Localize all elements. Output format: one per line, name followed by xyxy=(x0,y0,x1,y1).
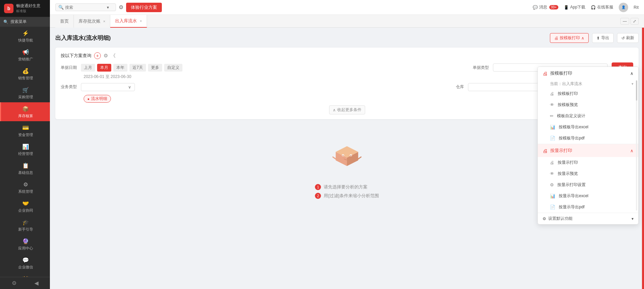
tab-home[interactable]: 首页 xyxy=(55,15,74,28)
display-excel-icon: 📊 xyxy=(550,193,555,199)
sidebar-nav: ⚡ 快捷导航 📢 营销推广 💰 销售管理 🛒 采购管理 📦 库存核算 💳 资金管… xyxy=(0,27,50,277)
biz-select-arrow: ∨ xyxy=(128,85,131,89)
svg-line-9 xyxy=(358,157,361,159)
date-btn-more[interactable]: 更多 xyxy=(148,64,162,72)
step-2-text: 用[过滤]条件来缩小分析范围 xyxy=(324,193,379,199)
sidebar-item-purchase[interactable]: 🛒 采购管理 xyxy=(0,83,50,102)
collapse-btn[interactable]: ∧ 收起更多条件 xyxy=(329,105,365,114)
filter-settings-icon[interactable]: ⚙ xyxy=(104,53,108,59)
guide-icon: 🎓 xyxy=(22,219,29,226)
display-excel-label: 按显示导出excel xyxy=(559,193,588,199)
sidebar-item-member[interactable]: 👑 畅会员 xyxy=(0,272,50,277)
message-label: 消息 xyxy=(539,4,547,10)
sidebar-item-inventory[interactable]: 📦 库存核算 xyxy=(0,102,50,121)
filter-collapse-icon[interactable]: 《 xyxy=(111,53,116,59)
username-label[interactable]: Rit xyxy=(634,5,639,10)
display-print-section-header[interactable]: 🖨 按显示打印 ∧ xyxy=(538,144,638,157)
sidebar-item-sales[interactable]: 💰 销售管理 xyxy=(0,64,50,83)
settings-default-icon: ⚙ xyxy=(543,216,546,221)
collapse-sidebar-icon[interactable]: ◀ xyxy=(34,280,38,286)
dropdown-item-display-settings[interactable]: ⚙ 按显示打印设置 xyxy=(538,179,638,190)
tab-maximize-btn[interactable]: ⤢ xyxy=(631,18,639,25)
dropdown-footer[interactable]: ⚙ 设置默认功能 ▾ xyxy=(538,213,638,224)
print-item-icon: 🖨 xyxy=(550,91,554,96)
online-service-btn[interactable]: 🎧 在线客服 xyxy=(591,4,613,10)
sidebar-item-label: 基础信息 xyxy=(18,170,33,175)
sidebar-item-label: 经营管理 xyxy=(18,151,33,156)
purchase-icon: 🛒 xyxy=(22,87,29,93)
biz-select[interactable]: ∨ xyxy=(81,83,135,91)
sidebar-item-appstore[interactable]: 🔮 应用中心 xyxy=(0,235,50,254)
sidebar-item-label: 新手引导 xyxy=(18,227,33,232)
sidebar-item-label: 营销推广 xyxy=(18,57,33,62)
topbar-gear-icon[interactable]: ⚙ xyxy=(119,4,123,10)
sidebar-item-guide[interactable]: 🎓 新手引导 xyxy=(0,216,50,235)
topbar-search-box[interactable]: 🔍 ▾ xyxy=(55,3,116,11)
pdf-item-icon: 📄 xyxy=(550,136,555,141)
refresh-btn[interactable]: ↺ 刷新 xyxy=(617,33,639,43)
filter-title-text: 按以下方案查询 xyxy=(61,53,91,59)
sidebar-item-system[interactable]: ⚙ 系统管理 xyxy=(0,178,50,197)
tab-minimize-btn[interactable]: — xyxy=(620,18,629,25)
dropdown-item-template-preview[interactable]: 👁 按模板预览 xyxy=(538,99,638,110)
dropdown-item-template-custom[interactable]: ✏ 模板自定义设计 xyxy=(538,110,638,122)
tab-flow-close[interactable]: × xyxy=(140,19,142,23)
print-dropdown-panel: 🖨 按模板打印 ∧ 当前：出入库流水 ▾ 🖨 按模板打印 👁 按模板预览 ✏ xyxy=(537,67,639,225)
svg-line-8 xyxy=(333,157,335,159)
topbar-search-input[interactable] xyxy=(65,5,106,10)
dropdown-item-display-pdf[interactable]: 📄 按显示导出pdf xyxy=(538,202,638,213)
app-download-btn[interactable]: 📱 App下载 xyxy=(564,4,585,10)
dropdown-item-display-preview[interactable]: 👁 按显示预览 xyxy=(538,168,638,179)
sidebar-item-marketing[interactable]: 📢 营销推广 xyxy=(0,46,50,64)
current-arrow: ▾ xyxy=(632,82,634,86)
dropdown-item-template-print[interactable]: 🖨 按模板打印 xyxy=(538,88,638,99)
sidebar-item-shortcut[interactable]: ⚡ 快捷导航 xyxy=(0,27,50,46)
sidebar-item-cooperation[interactable]: 🤝 企业协同 xyxy=(0,197,50,216)
svg-point-6 xyxy=(343,155,344,156)
industry-btn[interactable]: 体验行业方案 xyxy=(126,3,162,12)
topbar-left: 🔍 ▾ ⚙ 体验行业方案 xyxy=(55,3,529,12)
tab-batch-close[interactable]: × xyxy=(103,19,105,23)
page-header: 出入库流水(流水明细) 🖨 按模板打印 ∧ ⬆ 导出 ↺ 刷新 xyxy=(55,33,639,43)
dropdown-item-template-excel[interactable]: 📊 按模板导出excel xyxy=(538,122,638,133)
print-template-btn[interactable]: 🖨 按模板打印 ∧ xyxy=(550,33,589,43)
dropdown-item-template-pdf[interactable]: 📄 按模板导出pdf xyxy=(538,133,638,144)
avatar[interactable]: 👤 xyxy=(619,3,628,12)
cooperation-icon: 🤝 xyxy=(22,200,29,207)
right-edge-accent xyxy=(642,28,644,289)
template-section-title: 🖨 按模板打印 xyxy=(543,70,572,76)
date-btn-this-month[interactable]: 本月 xyxy=(97,64,111,72)
settings-icon[interactable]: ⚙ xyxy=(12,280,17,286)
step-1-text: 请先选择要分析的方案 xyxy=(324,184,368,190)
excel-item-icon: 📊 xyxy=(550,125,555,130)
sidebar-item-operation[interactable]: 📊 经营管理 xyxy=(0,140,50,159)
date-btn-custom[interactable]: 自定义 xyxy=(164,64,182,72)
app-edition: 标准版 xyxy=(16,9,40,14)
export-btn[interactable]: ⬆ 导出 xyxy=(592,33,614,43)
tab-flow[interactable]: 出入库流水 × xyxy=(110,15,147,28)
tab-batch[interactable]: 库存批次账 × xyxy=(74,15,110,28)
inventory-icon: 📦 xyxy=(22,106,29,112)
display-preview-label: 按显示预览 xyxy=(558,171,578,177)
date-btn-7days[interactable]: 近7天 xyxy=(129,64,146,72)
sidebar-item-search[interactable]: 🔍 搜索菜单 xyxy=(0,17,50,27)
message-btn[interactable]: 💬 消息 99+ xyxy=(533,4,558,10)
printer-icon: 🖨 xyxy=(543,71,548,76)
sidebar-item-finance[interactable]: 💳 资金管理 xyxy=(0,121,50,140)
date-btn-last-month[interactable]: 上月 xyxy=(81,64,95,72)
date-btn-this-year[interactable]: 本年 xyxy=(113,64,127,72)
operation-icon: 📊 xyxy=(22,143,29,150)
dropdown-item-display-print[interactable]: 🖨 按显示打印 xyxy=(538,157,638,168)
filter-add-btn[interactable]: + xyxy=(94,52,101,59)
dropdown-item-display-excel[interactable]: 📊 按显示导出excel xyxy=(538,190,638,202)
sidebar-item-basic[interactable]: 📋 基础信息 xyxy=(0,159,50,178)
display-printer-icon: 🖨 xyxy=(543,148,548,154)
step-num-2: 2 xyxy=(315,193,321,199)
template-print-section-header[interactable]: 🖨 按模板打印 ∧ xyxy=(538,67,638,80)
search-dropdown-icon[interactable]: ▾ xyxy=(107,5,109,10)
dropdown-scrollbar-thumb[interactable] xyxy=(636,80,637,101)
sidebar-item-wechat[interactable]: 💬 企业微信 xyxy=(0,254,50,272)
display-section-title: 🖨 按显示打印 xyxy=(543,148,572,154)
page-content: 出入库流水(流水明细) 🖨 按模板打印 ∧ ⬆ 导出 ↺ 刷新 xyxy=(50,28,644,289)
filter-section-title: 按以下方案查询 + ⚙ 《 xyxy=(61,52,116,59)
